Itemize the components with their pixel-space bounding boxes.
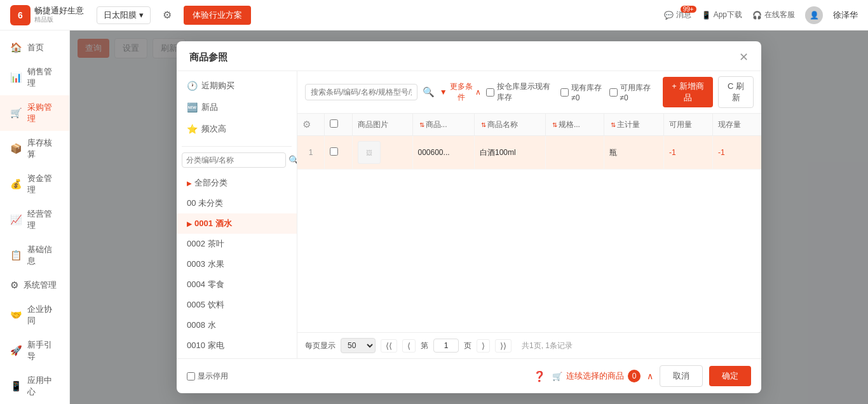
page-first-button[interactable]: ⟨⟨ <box>381 339 397 353</box>
quick-item-recent[interactable]: 🕐 近期购买 <box>182 76 292 95</box>
sidebar-label-operations: 经营管理 <box>27 208 59 231</box>
messages-badge: 99+ <box>681 6 696 13</box>
sidebar-item-purchase[interactable]: 🛒 采购管理 <box>0 95 69 131</box>
sidebar-item-guide[interactable]: 🚀 新手引导 <box>0 333 69 368</box>
th-settings: ⚙ <box>297 114 325 136</box>
per-page-select[interactable]: 50 100 <box>341 338 376 353</box>
stock-nonzero-input[interactable] <box>560 88 569 97</box>
settings-icon[interactable]: ⚙ <box>158 6 176 24</box>
top-navigation: 6 畅捷通好生意 精品版 日太阳膜 ▾ ⚙ 体验行业方案 💬 消息 99+ 📱 … <box>0 0 868 30</box>
avail-nonzero-checkbox[interactable]: 可用库存≠0 <box>609 83 653 102</box>
chevron-up-icon: ∧ <box>475 88 481 97</box>
messages-action[interactable]: 💬 消息 99+ <box>664 10 691 20</box>
add-product-button[interactable]: + 新增商品 <box>663 77 713 107</box>
sidebar-label-basics: 基础信息 <box>27 244 59 267</box>
service-action[interactable]: 🎧 在线客服 <box>752 10 795 20</box>
category-label-water: 0008 水 <box>187 320 216 331</box>
category-search-input[interactable] <box>182 152 286 168</box>
warehouse-stock-label: 按仓库显示现有库存 <box>497 81 555 103</box>
warehouse-stock-input[interactable] <box>486 88 494 97</box>
category-item-drinks[interactable]: 0005 饮料 <box>177 295 297 315</box>
sidebar-item-collab[interactable]: 🤝 企业协同 <box>0 297 69 333</box>
avail-nonzero-label: 可用库存≠0 <box>620 83 653 102</box>
page-number-input[interactable] <box>433 339 459 353</box>
show-disabled-input[interactable] <box>187 372 195 380</box>
category-arrow-all: ▶ <box>187 180 192 187</box>
headphone-icon: 🎧 <box>752 11 762 20</box>
service-label: 在线客服 <box>764 10 795 20</box>
show-disabled-checkbox[interactable]: 显示停用 <box>187 371 228 382</box>
category-item-water[interactable]: 0008 水 <box>177 315 297 335</box>
select-all-checkbox[interactable] <box>330 119 338 128</box>
sidebar-item-inventory[interactable]: 📦 库存核算 <box>0 131 69 166</box>
cart-icon[interactable]: 🛒 <box>552 372 562 381</box>
category-list: ▶ 全部分类 00 未分类 ▶ 0001 酒水 0002 茶 <box>177 170 297 358</box>
sidebar-item-home[interactable]: 🏠 首页 <box>0 36 69 60</box>
th-spec-sort[interactable]: ⇅ 规格... <box>551 119 599 130</box>
th-unit-sort[interactable]: ⇅ 主计量 <box>609 119 659 130</box>
th-unit: ⇅ 主计量 <box>604 114 664 136</box>
page-last-button[interactable]: ⟩⟩ <box>495 339 512 353</box>
page-label: 第 <box>421 340 428 351</box>
collapse-footer-icon[interactable]: ∧ <box>647 371 653 381</box>
row-name-cell: 白酒100ml <box>474 136 545 170</box>
stock-nonzero-checkbox[interactable]: 现有库存≠0 <box>560 83 604 102</box>
right-panel: 🔍 ▼ 更多条件 ∧ 按仓库显示现有库存 <box>297 71 761 358</box>
th-name-sort[interactable]: ⇅ 商品名称 <box>480 119 540 130</box>
sidebar-item-basics[interactable]: 📋 基础信息 <box>0 238 69 273</box>
per-page-label: 每页显示 <box>305 340 336 351</box>
th-name-label: 商品名称 <box>487 119 518 130</box>
warehouse-stock-checkbox[interactable]: 按仓库显示现有库存 <box>486 81 555 103</box>
avail-nonzero-input[interactable] <box>609 88 618 97</box>
username[interactable]: 徐泽华 <box>833 10 858 21</box>
app-download-action[interactable]: 📱 App下载 <box>702 10 742 20</box>
sidebar-item-apps[interactable]: 📱 应用中心 <box>0 368 69 404</box>
help-icon[interactable]: ❓ <box>533 370 546 382</box>
product-search-icon[interactable]: 🔍 <box>423 86 435 98</box>
category-item-fruit[interactable]: 0003 水果 <box>177 254 297 274</box>
modal-footer: 显示停用 ❓ 🛒 连续选择的商品 0 ∧ 取消 确定 <box>177 358 761 393</box>
th-code-sort[interactable]: ⇅ 商品... <box>418 119 469 130</box>
cancel-button[interactable]: 取消 <box>660 365 703 387</box>
quick-item-frequent[interactable]: ⭐ 频次高 <box>182 119 292 138</box>
table-toolbar: 🔍 ▼ 更多条件 ∧ 按仓库显示现有库存 <box>297 71 761 114</box>
row-checkbox[interactable] <box>330 147 338 156</box>
sidebar-item-finance[interactable]: 💰 资金管理 <box>0 166 69 202</box>
confirm-button[interactable]: 确定 <box>709 366 751 386</box>
collab-icon: 🤝 <box>10 309 22 321</box>
category-item-uncategorized[interactable]: 00 未分类 <box>177 193 297 213</box>
row-num: 1 <box>297 136 325 170</box>
th-name: ⇅ 商品名称 <box>474 114 545 136</box>
category-item-appliances[interactable]: 0010 家电 <box>177 335 297 356</box>
cart-label: 连续选择的商品 <box>566 370 624 382</box>
page-prev-button[interactable]: ⟨ <box>402 339 416 353</box>
apps-icon: 📱 <box>10 380 22 392</box>
category-search-icon[interactable]: 🔍 <box>288 155 297 165</box>
row-available: -1 <box>669 148 676 157</box>
category-item-liquor[interactable]: ▶ 0001 酒水 <box>177 213 297 234</box>
product-search-input[interactable] <box>305 84 417 100</box>
sidebar-item-system[interactable]: ⚙ 系统管理 <box>0 273 69 297</box>
category-item-all[interactable]: ▶ 全部分类 <box>177 173 297 193</box>
table-settings-icon[interactable]: ⚙ <box>302 119 311 130</box>
guide-icon: 🚀 <box>10 345 22 356</box>
refresh-button[interactable]: C 刷新 <box>718 76 754 108</box>
home-icon: 🏠 <box>10 42 22 53</box>
category-item-tea[interactable]: 0002 茶叶 <box>177 234 297 254</box>
table-row[interactable]: 1 🖼 <box>297 136 761 170</box>
modal-close-button[interactable]: ✕ <box>739 50 749 64</box>
sidebar-item-operations[interactable]: 📈 经营管理 <box>0 202 69 238</box>
th-image-sort[interactable]: 商品图片 <box>358 119 407 130</box>
row-image-cell: 🖼 <box>353 136 413 170</box>
filter-button[interactable]: ▼ 更多条件 ∧ <box>440 81 481 103</box>
trial-button[interactable]: 体验行业方案 <box>184 6 251 25</box>
quick-item-new[interactable]: 🆕 新品 <box>182 98 292 117</box>
sidebar-item-sales[interactable]: 📊 销售管理 <box>0 60 69 95</box>
category-item-snacks[interactable]: 0004 零食 <box>177 274 297 295</box>
mobile-icon: 📱 <box>702 11 711 20</box>
sidebar-label-finance: 资金管理 <box>27 173 59 196</box>
category-label-all: 全部分类 <box>194 177 227 189</box>
star-icon: ⭐ <box>187 124 198 134</box>
store-dropdown[interactable]: 日太阳膜 ▾ <box>97 6 151 24</box>
page-next-button[interactable]: ⟩ <box>477 339 490 353</box>
